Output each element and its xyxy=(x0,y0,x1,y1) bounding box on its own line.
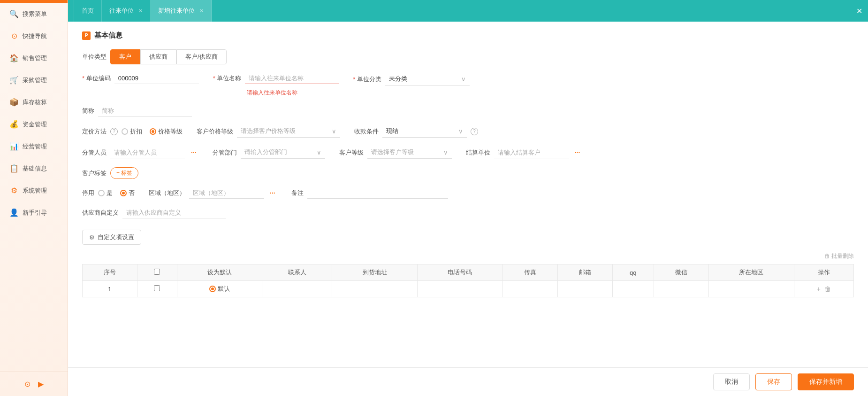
col-region: 所在地区 xyxy=(708,264,794,281)
tab-partner[interactable]: 往来单位 ✕ xyxy=(102,0,151,22)
cell-seq: 1 xyxy=(83,281,137,297)
cell-checkbox xyxy=(137,281,177,297)
region-more-btn[interactable]: ··· xyxy=(268,189,277,197)
unit-code-field: 单位编码 xyxy=(82,73,199,84)
gear-icon: ⚙ xyxy=(9,186,19,195)
section-header: P 基本信息 xyxy=(82,31,854,40)
row-default-radio-circle xyxy=(209,286,216,292)
region-input[interactable] xyxy=(189,187,264,199)
cell-contact xyxy=(262,281,332,297)
col-contact: 联系人 xyxy=(262,264,332,281)
payment-terms-chevron: ∨ xyxy=(458,128,463,135)
col-checkbox xyxy=(137,264,177,281)
sidebar-item-guide[interactable]: 👤 新手引导 xyxy=(2,202,66,223)
unit-code-input[interactable] xyxy=(114,73,199,84)
pricing-level[interactable]: 价格等级 xyxy=(150,127,183,136)
select-all-checkbox[interactable] xyxy=(154,269,160,275)
unit-category-chevron: ∨ xyxy=(461,76,466,83)
sidebar-item-search[interactable]: 🔍 搜索菜单 xyxy=(2,4,66,24)
unit-name-input[interactable] xyxy=(245,73,339,84)
customer-price-level-chevron: ∨ xyxy=(332,128,336,135)
sidebar-item-label: 系统管理 xyxy=(23,186,47,195)
unit-type-customer[interactable]: 客户 xyxy=(110,49,140,64)
save-new-button[interactable]: 保存并新增 xyxy=(798,373,854,390)
payment-terms-value: 现结 xyxy=(386,127,398,135)
unit-code-label: 单位编码 xyxy=(82,74,111,83)
payment-terms-help-icon[interactable]: ? xyxy=(471,128,478,135)
short-name-label: 简称 xyxy=(82,107,94,115)
payment-terms-select[interactable]: 现结 ∨ xyxy=(382,125,467,138)
disabled-yes[interactable]: 是 xyxy=(98,189,113,197)
pricing-level-radio xyxy=(150,128,156,135)
form-row-supplier-custom: 供应商自定义 xyxy=(82,207,854,218)
sidebar-item-purchase[interactable]: 🛒 采购管理 xyxy=(2,70,66,90)
unit-name-label: 单位名称 xyxy=(213,74,242,83)
supplier-custom-label: 供应商自定义 xyxy=(82,209,119,217)
supplier-custom-input[interactable] xyxy=(122,207,226,218)
sidebar-bottom-icon-2[interactable]: ▶ xyxy=(38,380,44,388)
sidebar-item-finance[interactable]: 💰 资金管理 xyxy=(2,114,66,134)
sidebar-item-sales[interactable]: 🏠 销售管理 xyxy=(2,48,66,68)
unit-type-supplier[interactable]: 供应商 xyxy=(140,49,176,64)
customer-level-select[interactable]: 请选择客户等级 ∨ xyxy=(367,146,452,159)
tab-partner-close[interactable]: ✕ xyxy=(138,8,143,14)
sidebar-bottom-icons: ⊙ ▶ xyxy=(0,376,68,392)
content-area: P 基本信息 单位类型 客户 供应商 客户/供应商 单位编码 单位名 xyxy=(68,22,868,367)
table-actions: + 🗑 xyxy=(799,285,849,293)
add-tag-btn[interactable]: + 标签 xyxy=(110,167,138,179)
row-checkbox[interactable] xyxy=(154,285,160,291)
main-area: 首页 往来单位 ✕ 新增往来单位 ✕ ✕ P 基本信息 单位类型 客户 供应商 … xyxy=(68,0,868,396)
col-address: 到货地址 xyxy=(332,264,418,281)
sidebar-item-inventory[interactable]: 📦 库存核算 xyxy=(2,92,66,112)
unit-category-value: 未分类 xyxy=(389,75,407,83)
delete-row-btn[interactable]: 🗑 xyxy=(824,285,831,293)
add-row-btn[interactable]: + xyxy=(817,285,821,293)
customer-price-level-select[interactable]: 请选择客户价格等级 ∨ xyxy=(237,125,340,138)
disabled-no[interactable]: 否 xyxy=(120,189,135,197)
tab-new-partner[interactable]: 新增往来单位 ✕ xyxy=(151,0,212,22)
table-body: 1 默认 xyxy=(83,281,854,297)
info-icon: 📋 xyxy=(9,164,19,173)
unit-type-label: 单位类型 xyxy=(82,53,107,61)
unit-category-field: 单位分类 未分类 ∨ xyxy=(353,73,470,85)
cancel-button[interactable]: 取消 xyxy=(713,373,750,390)
tab-home[interactable]: 首页 xyxy=(74,0,102,22)
manager-more-btn[interactable]: ··· xyxy=(189,149,198,156)
unit-category-select[interactable]: 未分类 ∨ xyxy=(385,73,470,85)
department-label: 分管部门 xyxy=(213,148,237,157)
department-select[interactable]: 请输入分管部门 ∨ xyxy=(241,146,325,159)
sidebar-item-operations[interactable]: 📊 经营管理 xyxy=(2,136,66,156)
custom-settings-btn[interactable]: ⚙ 自定义项设置 xyxy=(82,230,141,245)
pricing-method-field: 定价方法 ? 折扣 价格等级 xyxy=(82,127,183,136)
tab-partner-label: 往来单位 xyxy=(109,7,134,15)
tab-bar-close-all[interactable]: ✕ xyxy=(856,7,862,16)
remarks-input[interactable] xyxy=(307,187,448,199)
settlement-unit-input[interactable] xyxy=(494,147,569,158)
settlement-unit-more-btn[interactable]: ··· xyxy=(573,149,582,156)
short-name-input[interactable] xyxy=(98,105,192,116)
sidebar-item-system[interactable]: ⚙ 系统管理 xyxy=(2,180,66,201)
section-title: 基本信息 xyxy=(94,31,122,40)
unit-type-both[interactable]: 客户/供应商 xyxy=(176,49,227,64)
pricing-discount[interactable]: 折扣 xyxy=(122,127,142,136)
col-default: 设为默认 xyxy=(177,264,262,281)
customer-price-level-label: 客户价格等级 xyxy=(197,127,233,136)
sidebar-item-quick-nav[interactable]: ⊙ 快捷导航 xyxy=(2,26,66,46)
sidebar-bottom-icon-1[interactable]: ⊙ xyxy=(24,380,30,388)
tab-new-partner-close[interactable]: ✕ xyxy=(199,8,204,14)
pricing-help-icon[interactable]: ? xyxy=(110,128,118,135)
sidebar-item-basic-info[interactable]: 📋 基础信息 xyxy=(2,158,66,179)
remarks-field: 备注 xyxy=(291,187,448,199)
search-icon: 🔍 xyxy=(9,9,19,18)
save-button[interactable]: 保存 xyxy=(755,373,792,390)
disabled-no-radio xyxy=(120,190,127,196)
cell-region xyxy=(708,281,794,297)
cart-icon: 🛒 xyxy=(9,76,19,85)
disabled-radio-group: 是 否 xyxy=(98,189,135,197)
manager-input[interactable] xyxy=(110,147,185,158)
batch-delete-btn[interactable]: 🗑 批量删除 xyxy=(82,252,854,260)
sidebar-bottom: ⊙ ▶ xyxy=(0,372,68,396)
data-table: 序号 设为默认 联系人 到货地址 电话号码 传真 邮箱 qq 微信 所在地区 操… xyxy=(82,264,854,297)
unit-name-field: 单位名称 请输入往来单位名称 xyxy=(213,73,339,97)
row-default-radio[interactable]: 默认 xyxy=(209,285,230,293)
